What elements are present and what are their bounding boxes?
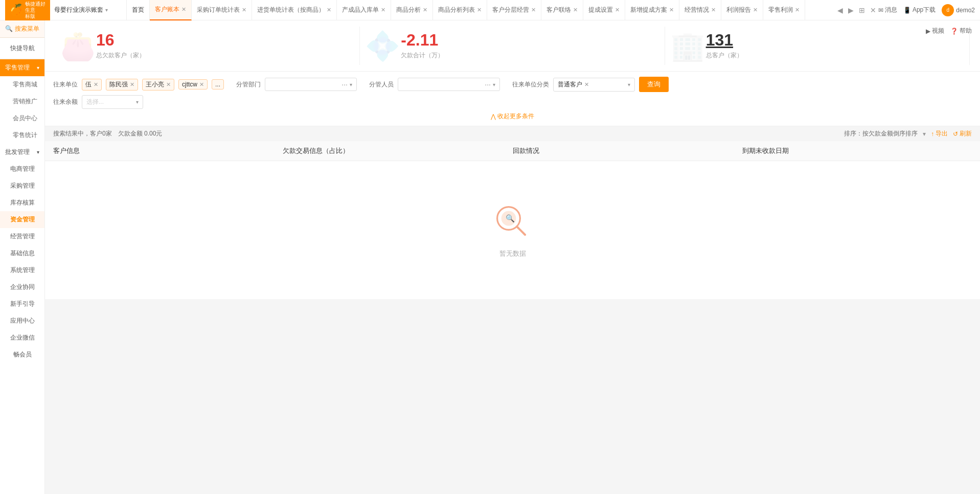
sidebar-item-membership[interactable]: 会员中心 [0,110,44,127]
query-button[interactable]: 查询 [639,77,669,92]
remove-tag-cjttcw[interactable]: ✕ [199,81,204,88]
stat-total-debt: 💠 -2.11 欠款合计（万） [360,27,665,65]
search-result-label: 搜索结果中，客户0家 [53,129,112,138]
sidebar-item-basic-info[interactable]: 基础信息 [0,245,44,262]
sidebar-search[interactable]: 🔍 搜索菜单 [0,20,44,38]
sidebar-item-enterprise-collab[interactable]: 企业协同 [0,279,44,296]
message-label: 消息 [885,6,897,14]
sidebar-item-retail-mall[interactable]: 零售商城 [0,76,44,93]
video-icon: ▶ [926,28,930,35]
video-btn[interactable]: ▶ 视频 [926,27,944,35]
account-dropdown-icon: ▾ [105,7,108,13]
close-tab-profit-report[interactable]: ✕ [753,7,758,13]
close-tab-new-commission[interactable]: ✕ [669,7,674,13]
close-tab-operations[interactable]: ✕ [711,7,716,13]
message-icon: ✉ [878,7,883,14]
close-tab-goods-analysis-list[interactable]: ✕ [477,7,482,13]
sidebar-item-inventory[interactable]: 库存核算 [0,194,44,211]
close-tab-commission-settings[interactable]: ✕ [615,7,620,13]
stats-bar: 👛 16 总欠款客户（家） 💠 -2.11 欠款合计（万） 🏢 131 [45,20,980,72]
search-result-bar: 搜索结果中，客户0家 欠款金额 0.00元 排序：按欠款金额倒序排序 ▾ ↑ 导… [45,126,980,141]
sidebar-item-operations-mgmt[interactable]: 经营管理 [0,228,44,245]
message-btn[interactable]: ✉ 消息 [878,6,897,14]
close-tab-goods-stats[interactable]: ✕ [327,7,331,13]
user-profile[interactable]: d demo2 [942,4,975,16]
search-icon: 🔍 [5,25,13,32]
collapse-btn[interactable]: ⋀ 收起更多条件 [491,112,534,121]
close-tab-goods-analysis[interactable]: ✕ [423,7,427,13]
sidebar-item-wholesale-mgmt[interactable]: 批发管理 ▾ [0,144,44,161]
tab-retail-profit[interactable]: 零售利润 ✕ [763,0,805,20]
filter-tag-more[interactable]: ... [212,79,224,89]
sidebar-search-label: 搜索菜单 [15,25,39,32]
top-right: ✉ 消息 📱 App下载 d demo2 [878,4,975,16]
sidebar-item-quick-nav[interactable]: 快捷导航 [0,40,44,57]
sidebar-item-purchase-mgmt[interactable]: 采购管理 [0,177,44,194]
export-label: 导出 [936,129,948,138]
sidebar-item-system-mgmt[interactable]: 系统管理 [0,262,44,279]
tab-operations[interactable]: 经营情况 ✕ [679,0,721,20]
person-arrow-icon: ▾ [493,82,495,87]
sidebar-quick-nav: 快捷导航 [0,38,44,59]
tab-home[interactable]: 首页 [127,0,150,20]
remove-tag-chen[interactable]: ✕ [130,81,134,88]
sidebar-item-app-center[interactable]: 应用中心 [0,312,44,329]
app-download-btn[interactable]: 📱 App下载 [903,6,936,14]
tab-customer-tier[interactable]: 客户分层经营 ✕ [487,0,541,20]
tab-close-all[interactable]: ✕ [868,6,878,14]
sidebar-item-marketing[interactable]: 营销推广 [0,93,44,110]
help-btn[interactable]: ❓ 帮助 [950,27,972,35]
remove-tag-wang[interactable]: ✕ [166,81,171,88]
collapse-label: 收起更多条件 [497,112,534,121]
tab-profit-report[interactable]: 利润报告 ✕ [721,0,763,20]
close-tab-customer-tier[interactable]: ✕ [531,7,536,13]
table-toolbar-right: 排序：按欠款金额倒序排序 ▾ ↑ 导出 ↺ 刷新 [844,129,972,138]
sidebar-item-new-guide[interactable]: 新手引导 [0,296,44,312]
tab-controls: ◀ ▶ ⊞ ✕ [835,6,878,14]
tab-goods-analysis-list[interactable]: 商品分析列表 ✕ [433,0,487,20]
dept-arrow-icon: ▾ [350,82,352,87]
sidebar-item-ecommerce-mgmt[interactable]: 电商管理 [0,161,44,177]
remove-tag-wu[interactable]: ✕ [94,81,98,88]
unit-class-select[interactable]: 普通客户 ✕ ▾ [553,78,635,92]
close-tab-customer-contact[interactable]: ✕ [573,7,578,13]
svg-line-1 [517,227,525,235]
tab-expand[interactable]: ⊞ [857,6,867,14]
sidebar-item-chang-member[interactable]: 畅会员 [0,346,44,363]
close-tab-product-in[interactable]: ✕ [381,7,385,13]
tab-product-in[interactable]: 产成品入库单 ✕ [337,0,391,20]
close-tab-customer-ledger[interactable]: ✕ [181,6,186,13]
logo-icon: 🍊 [9,4,23,17]
sidebar-item-finance-mgmt[interactable]: 资金管理 [0,211,44,228]
close-tab-retail-profit[interactable]: ✕ [795,7,800,13]
dept-select[interactable]: ··· ▾ [265,78,357,91]
tab-purchase-order[interactable]: 采购订单统计表 ✕ [192,0,252,20]
logo-line1: 畅捷通好生意 [25,1,46,13]
sort-arrow-icon: ▾ [923,130,926,138]
tab-customer-contact[interactable]: 客户联络 ✕ [541,0,583,20]
tab-goods-stats[interactable]: 进货单统计表（按商品） ✕ [252,0,337,20]
balance-select[interactable]: 选择... ▾ [82,95,143,109]
logo-area[interactable]: 🍊 畅捷通好生意 标版 [5,0,50,20]
tab-new-commission[interactable]: 新增提成方案 ✕ [625,0,679,20]
refresh-btn[interactable]: ↺ 刷新 [953,129,972,138]
sidebar-item-retail-stats[interactable]: 零售统计 [0,127,44,144]
stat-debt-icon: 💠 [365,29,400,62]
close-tab-purchase-order[interactable]: ✕ [242,7,246,13]
account-selector[interactable]: 母婴行业演示账套 ▾ [50,0,127,20]
tab-goods-analysis[interactable]: 商品分析 ✕ [391,0,433,20]
content-area: 👛 16 总欠款客户（家） 💠 -2.11 欠款合计（万） 🏢 131 [45,20,980,494]
tab-customer-ledger[interactable]: 客户账本 ✕ [150,0,192,20]
person-select[interactable]: ··· ▾ [398,78,500,91]
sidebar: 🔍 搜索菜单 快捷导航 零售管理 ▾ 零售商城 营销推广 会员中心 零售统计 批… [0,20,45,494]
tab-scroll-right[interactable]: ▶ [846,6,856,14]
remove-unit-class[interactable]: ✕ [584,81,589,88]
sidebar-item-retail-mgmt[interactable]: 零售管理 ▾ [0,59,44,76]
chevron-down-icon-wholesale: ▾ [37,149,39,155]
tab-scroll-left[interactable]: ◀ [835,6,845,14]
tab-commission-settings[interactable]: 提成设置 ✕ [583,0,625,20]
stat-building-icon: 🏢 [670,29,705,62]
sidebar-item-enterprise-wechat[interactable]: 企业微信 [0,329,44,346]
person-more-icon: ··· [485,80,491,88]
export-btn[interactable]: ↑ 导出 [931,129,948,138]
